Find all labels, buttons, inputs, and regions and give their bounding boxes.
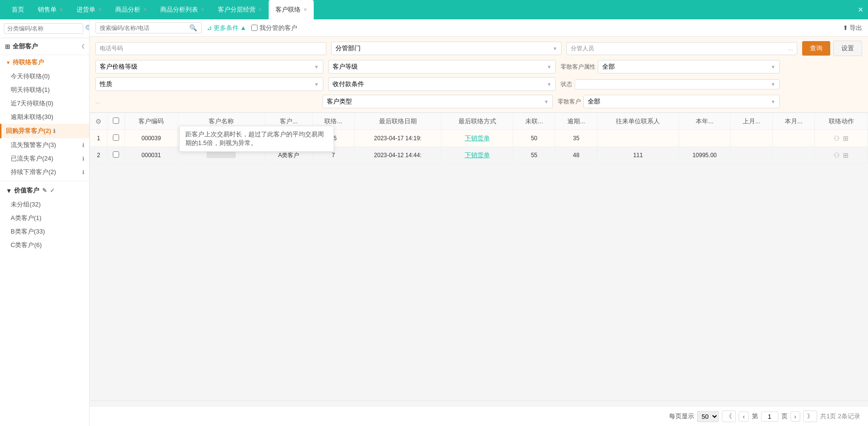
my-customers-filter[interactable]: 我分管的客户 (251, 24, 297, 32)
col-this-year: 本年... (679, 113, 731, 130)
col-last-month: 上月... (731, 113, 773, 130)
last-page-button[interactable]: 》 (803, 411, 817, 422)
search-icon[interactable]: 🔍 (189, 24, 197, 31)
select-all-checkbox[interactable] (113, 118, 119, 124)
sidebar-item-a-class[interactable]: A类客户(1) (0, 211, 89, 225)
row2-contact-icon[interactable]: ⚇ (834, 151, 840, 159)
row2-last-method[interactable]: 下销货单 (441, 147, 513, 164)
row1-select-checkbox[interactable] (113, 134, 119, 141)
row2-checkbox[interactable] (107, 147, 125, 164)
nav-purchase-close[interactable]: × (98, 6, 102, 13)
price-grade-arrow-icon: ▼ (314, 64, 319, 70)
col-settings[interactable]: ⚙ (90, 113, 107, 130)
status-select[interactable]: ▼ (575, 79, 780, 89)
col-this-month: 本月... (773, 113, 815, 130)
page-end-label: 页 (781, 412, 788, 421)
row1-checkbox[interactable] (107, 130, 125, 147)
more-dots-icon[interactable]: ... (95, 98, 100, 105)
manager-input[interactable] (596, 45, 786, 52)
sidebar-abnormal-group: 回购异常客户(2) ℹ 流失预警客户(3) ℹ 已流失客户(24) ℹ 持续下滑… (0, 124, 89, 179)
row2-last-date: 2023-04-12 14:44: (354, 147, 441, 164)
sidebar-pending-title[interactable]: ▼ 待联络客户 (0, 55, 89, 70)
row2-this-year: 10995.00 (679, 147, 731, 164)
gender-field[interactable]: 性质 ▼ (95, 77, 323, 91)
main-search-input[interactable] (100, 25, 187, 31)
retail-attr-select[interactable]: 全部 ▼ (598, 60, 780, 73)
prev-page-button[interactable]: ‹ (739, 411, 748, 422)
row1-contact-person (597, 130, 679, 147)
search-input-wrap: 🔍 (95, 22, 202, 33)
sidebar-collapse-icon[interactable]: 《 (79, 43, 84, 50)
sidebar-item-7days[interactable]: 近7天待联络(0) (0, 97, 89, 110)
sidebar-value-title[interactable]: ▼ 价值客户 ✎ ✓ (0, 183, 89, 198)
sidebar-item-overdue[interactable]: 逾期未联络(30) (0, 110, 89, 124)
sidebar-item-churned[interactable]: 已流失客户(24) ℹ (0, 152, 89, 165)
grade-field[interactable]: 客户等级 ▼ (328, 60, 556, 73)
row1-more-icon[interactable]: ⊞ (843, 134, 849, 142)
nav-customer-contact[interactable]: 客户联络 × (269, 0, 314, 19)
nav-analysis-close[interactable]: × (143, 6, 147, 13)
next-page-button[interactable]: › (791, 411, 800, 422)
nav-analysis-list-close[interactable]: × (201, 6, 204, 13)
settings-button[interactable]: 设置 (833, 41, 862, 56)
col-checkbox[interactable] (107, 113, 125, 130)
row2-more-icon[interactable]: ⊞ (843, 151, 849, 159)
nav-analysis[interactable]: 商品分析 × (108, 0, 153, 19)
per-page-select[interactable]: 50 (697, 411, 719, 422)
nav-sales-close[interactable]: × (60, 6, 63, 13)
my-customers-checkbox[interactable] (251, 25, 258, 31)
phone-field[interactable]: 电话号码 (95, 42, 326, 55)
nav-sales[interactable]: 销售单 × (31, 0, 70, 19)
sidebar-abnormal-title[interactable]: 回购异常客户(2) ℹ (0, 124, 89, 138)
sidebar-item-tomorrow[interactable]: 明天待联络(1) (0, 83, 89, 97)
filter-icon: ⊿ (207, 24, 212, 31)
nav-customer-segment-close[interactable]: × (259, 6, 262, 13)
customer-type-arrow-icon: ▼ (544, 99, 548, 104)
row1-contact-icon[interactable]: ⚇ (834, 134, 840, 142)
sidebar-item-declining[interactable]: 持续下滑客户(2) ℹ (0, 165, 89, 179)
manager-field[interactable]: 分管人员 ... (566, 42, 797, 55)
row2-select-checkbox[interactable] (113, 151, 119, 158)
retail-select[interactable]: 全部 ▼ (583, 95, 780, 108)
value-check-icon[interactable]: ✓ (50, 187, 55, 194)
nav-home[interactable]: 首页 (5, 0, 31, 19)
row1-last-date: 2023-04-17 14:19: (354, 130, 441, 147)
sidebar-item-today[interactable]: 今天待联络(0) (0, 70, 89, 83)
nav-customer-segment[interactable]: 客户分层经营 × (211, 0, 269, 19)
pay-field[interactable]: 收付款条件 ▼ (328, 77, 556, 91)
col-action: 联络动作 (815, 113, 868, 130)
window-close-button[interactable]: × (858, 5, 863, 15)
query-button[interactable]: 查询 (802, 41, 830, 56)
export-button[interactable]: ⬆ 导出 (843, 24, 862, 32)
customer-type-field[interactable]: 客户类型 ▼ (322, 95, 553, 108)
grade-arrow-icon: ▼ (547, 64, 551, 70)
more-conditions-btn[interactable]: ⊿ 更多条件 ▲ (207, 24, 246, 32)
value-edit-icon[interactable]: ✎ (42, 187, 47, 194)
sidebar-item-b-class[interactable]: B类客户(33) (0, 225, 89, 238)
first-page-button[interactable]: 《 (722, 411, 736, 422)
sidebar-search-input[interactable] (4, 23, 83, 34)
dept-field[interactable]: 分管部门 ▼ (331, 42, 562, 55)
price-grade-field[interactable]: 客户价格等级 ▼ (95, 60, 323, 73)
phone-input[interactable] (125, 45, 322, 52)
horizontal-scrollbar[interactable] (90, 400, 868, 406)
row2-contact-person: 111 (597, 147, 679, 164)
gender-arrow-icon: ▼ (314, 82, 319, 87)
row1-last-method[interactable]: 下销货单 (441, 130, 513, 147)
pagination-bar: 每页显示 50 《 ‹ 第 1 页 › 》 共1页 2条记录 (90, 406, 868, 426)
sidebar-item-churn-warning[interactable]: 流失预警客户(3) ℹ (0, 138, 89, 152)
page-number-input[interactable]: 1 (761, 411, 778, 422)
nav-analysis-list[interactable]: 商品分析列表 × (153, 0, 211, 19)
sidebar-item-ungrouped[interactable]: 未分组(32) (0, 198, 89, 211)
sidebar-search-icon[interactable]: 🔍 (85, 25, 90, 32)
table-settings-icon[interactable]: ⚙ (95, 118, 102, 125)
sidebar-search-bar: 🔍 (0, 19, 89, 38)
nav-customer-contact-close[interactable]: × (304, 6, 307, 13)
sidebar-item-c-class[interactable]: C类客户(6) (0, 238, 89, 252)
nav-purchase[interactable]: 进货单 × (70, 0, 108, 19)
main-layout: 🔍 ⊞ 全部客户 《 ▼ 待联络客户 今天待联络(0) 明天待联络(1) (0, 19, 868, 426)
col-uncontacted: 未联... (513, 113, 555, 130)
sidebar-all-customers[interactable]: ⊞ 全部客户 《 (0, 38, 89, 55)
col-contact-person: 往来单位联系人 (597, 113, 679, 130)
per-page-label: 每页显示 (669, 412, 694, 421)
